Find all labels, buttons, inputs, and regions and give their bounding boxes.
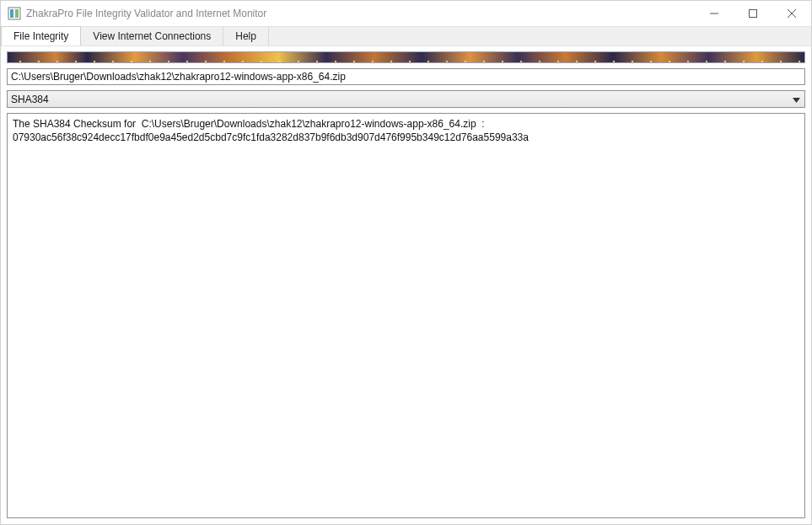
tab-label: Help — [235, 30, 256, 42]
menu-bar: File Integrity View Internet Connections… — [1, 26, 811, 46]
minimize-button[interactable] — [695, 1, 734, 26]
tab-label: View Internet Connections — [93, 30, 211, 42]
algorithm-row: SHA384 — [7, 90, 805, 108]
window-controls — [695, 1, 811, 26]
decorative-banner — [7, 51, 805, 63]
tab-label: File Integrity — [13, 30, 68, 42]
tab-view-internet-connections[interactable]: View Internet Connections — [81, 27, 223, 46]
close-button[interactable] — [772, 1, 811, 26]
output-line: 07930ac56f38c924decc17fbdf0e9a45ed2d5cbd… — [13, 131, 529, 143]
svg-rect-2 — [15, 9, 19, 18]
tab-file-integrity[interactable]: File Integrity — [1, 26, 81, 46]
svg-rect-4 — [750, 10, 757, 18]
svg-rect-1 — [10, 9, 13, 18]
window-title: ZhakraPro File Integrity Validator and I… — [26, 8, 695, 19]
app-icon — [8, 7, 21, 20]
hash-algorithm-select[interactable]: SHA384 — [7, 90, 805, 108]
title-bar: ZhakraPro File Integrity Validator and I… — [1, 1, 811, 26]
file-path-input[interactable] — [7, 68, 805, 85]
content-area: SHA384 The SHA384 Checksum for C:\Users\… — [1, 46, 811, 524]
tab-help[interactable]: Help — [223, 27, 269, 46]
checksum-output[interactable]: The SHA384 Checksum for C:\Users\Bruger\… — [7, 113, 805, 518]
output-line: The SHA384 Checksum for C:\Users\Bruger\… — [13, 118, 485, 130]
maximize-button[interactable] — [734, 1, 772, 26]
